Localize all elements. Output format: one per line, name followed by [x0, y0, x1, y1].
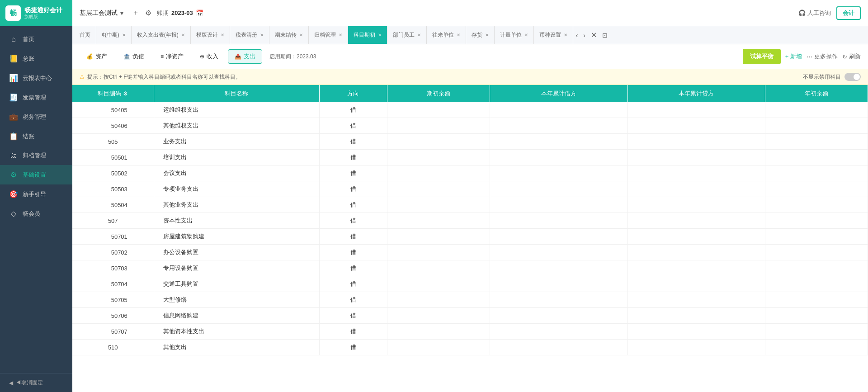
table-row[interactable]: 510其他支出借 [72, 340, 868, 355]
cell-opening [387, 324, 490, 340]
sidebar-collapse-btn[interactable]: ◀ ◀取消固定 [0, 373, 72, 392]
tab-period[interactable]: ¢(中期)✕ [96, 26, 132, 44]
cell-name: 信息网络购建 [154, 308, 319, 324]
customer-service-btn[interactable]: 🎧 人工咨询 [798, 9, 831, 17]
tab-nav-prev[interactable]: ‹ [573, 32, 581, 39]
table-row[interactable]: 50701房屋建筑物购建借 [72, 229, 868, 245]
table-row[interactable]: 50703专用设备购置借 [72, 260, 868, 276]
sidebar-item-tax[interactable]: 💼税务管理 [0, 107, 72, 127]
filter-tab-expense[interactable]: 📤支出 [228, 49, 262, 64]
sidebar-item-reports[interactable]: 📊云报表中心 [0, 68, 72, 88]
tab-archivemgr[interactable]: 归档管理✕ [309, 26, 348, 44]
filter-tab-liability[interactable]: 🏦负债 [117, 49, 151, 64]
account-type-btn[interactable]: 会计 [836, 6, 861, 20]
table-row[interactable]: 50707其他资本性支出借 [72, 324, 868, 340]
tab-close-yearend[interactable]: ✕ [299, 33, 303, 38]
tab-close-subject[interactable]: ✕ [378, 33, 382, 38]
cell-name: 资本性支出 [154, 213, 319, 229]
cell-opening [387, 245, 490, 260]
cell-name: 培训支出 [154, 150, 319, 165]
tab-yearend[interactable]: 期末结转✕ [269, 26, 309, 44]
tab-home[interactable]: 首页 [74, 26, 96, 44]
tab-close-inventory[interactable]: ✕ [485, 33, 489, 38]
cell-debit [490, 292, 627, 308]
sidebar-item-archive[interactable]: 🗂归档管理 [0, 146, 72, 165]
tab-expand-btn[interactable]: ⊡ [599, 32, 610, 39]
table-row[interactable]: 50705大型修缮借 [72, 292, 868, 308]
sidebar-item-guide[interactable]: 🎯新手引导 [0, 184, 72, 204]
table-row[interactable]: 50405运维维权支出借 [72, 102, 868, 118]
cell-credit [627, 102, 765, 118]
table-row[interactable]: 50503专项业务支出借 [72, 181, 868, 197]
cell-code: 50501 [72, 150, 154, 165]
table-row[interactable]: 50501培训支出借 [72, 150, 868, 165]
cell-direction: 借 [319, 260, 387, 276]
tab-template[interactable]: 模版设计✕ [191, 26, 230, 44]
cell-direction: 借 [319, 181, 387, 197]
filter-tabs: 💰资产🏦负债≡净资产⊕收入📤支出 [80, 49, 262, 64]
sidebar-icon-settings: ⚙ [9, 170, 18, 179]
tab-currency[interactable]: 币种设置✕ [534, 26, 573, 44]
sidebar-item-invoice[interactable]: 🧾发票管理 [0, 88, 72, 107]
table-row[interactable]: 505业务支出借 [72, 134, 868, 150]
company-selector[interactable]: 基层工会测试 ▾ [80, 9, 123, 17]
sidebar-item-settings[interactable]: ⚙基础设置 [0, 165, 72, 184]
tab-close-dept[interactable]: ✕ [417, 33, 421, 38]
sidebar-item-ledger[interactable]: 📒总账 [0, 49, 72, 68]
sidebar-item-home[interactable]: ⌂首页 [0, 30, 72, 49]
sidebar-item-member[interactable]: ◇畅会员 [0, 204, 72, 223]
tab-label-unit: 计量单位 [500, 31, 522, 39]
balance-btn[interactable]: 试算平衡 [743, 49, 781, 64]
table-row[interactable]: 50704交通工具购置借 [72, 276, 868, 292]
tab-label-home: 首页 [80, 31, 90, 39]
period-value: 2023-03 [171, 9, 193, 16]
table-row[interactable]: 507资本性支出借 [72, 213, 868, 229]
tab-income[interactable]: 收入支出表(年报)✕ [132, 26, 191, 44]
table-row[interactable]: 50406其他维权支出借 [72, 118, 868, 134]
table-row[interactable]: 50706信息网络购建借 [72, 308, 868, 324]
cell-annual [765, 245, 868, 260]
table-row[interactable]: 50504其他业务支出借 [72, 197, 868, 213]
cell-name: 其他业务支出 [154, 197, 319, 213]
tab-close-taxclear[interactable]: ✕ [260, 33, 264, 38]
tab-label-taxclear: 税表清册 [236, 31, 257, 39]
sidebar-item-settle[interactable]: 📋结账 [0, 127, 72, 146]
cell-credit [627, 118, 765, 134]
tab-unit[interactable]: 计量单位✕ [495, 26, 534, 44]
tab-close-partner[interactable]: ✕ [457, 33, 460, 38]
tab-close-template[interactable]: ✕ [221, 33, 224, 38]
cell-credit [627, 340, 765, 355]
col-header-0[interactable]: 科目编码 ⚙ [72, 85, 154, 102]
tab-dept[interactable]: 部门员工✕ [387, 26, 427, 44]
header-settings-btn[interactable]: ⚙ [145, 9, 151, 17]
cell-debit [490, 150, 627, 165]
more-actions-btn[interactable]: ⋯ 更多操作 [807, 52, 838, 61]
tab-subject[interactable]: 科目期初✕ [348, 26, 387, 44]
filter-tab-income_tab[interactable]: ⊕收入 [193, 49, 225, 64]
table-row[interactable]: 50502会议支出借 [72, 165, 868, 181]
tab-close-all-btn[interactable]: ✕ [588, 31, 599, 39]
disable-toggle[interactable] [844, 73, 861, 81]
tab-close-unit[interactable]: ✕ [524, 33, 528, 38]
tab-nav-next[interactable]: › [580, 32, 588, 39]
tab-close-currency[interactable]: ✕ [564, 33, 567, 38]
tab-close-period[interactable]: ✕ [122, 33, 126, 38]
cell-credit [627, 197, 765, 213]
tab-close-archivemgr[interactable]: ✕ [339, 33, 342, 38]
tab-label-period: ¢(中期) [102, 31, 119, 39]
tab-partner[interactable]: 往来单位✕ [427, 26, 466, 44]
filter-tab-equity[interactable]: ≡净资产 [154, 49, 190, 64]
cell-code: 510 [72, 340, 154, 355]
refresh-btn[interactable]: ↻ 刷新 [842, 52, 861, 61]
toolbar-right: 试算平衡 + 新增 ⋯ 更多操作 ↻ 刷新 [743, 49, 861, 64]
headset-icon: 🎧 [798, 9, 806, 16]
tab-inventory[interactable]: 存货✕ [466, 26, 495, 44]
tab-taxclear[interactable]: 税表清册✕ [230, 26, 269, 44]
col-settings-icon[interactable]: ⚙ [123, 90, 128, 97]
period-calendar-icon[interactable]: 📅 [196, 9, 203, 17]
add-company-btn[interactable]: ＋ [131, 8, 141, 18]
table-row[interactable]: 50702办公设备购置借 [72, 245, 868, 260]
add-subject-btn[interactable]: + 新增 [785, 52, 802, 61]
filter-tab-asset[interactable]: 💰资产 [80, 49, 114, 64]
tab-close-income[interactable]: ✕ [181, 33, 185, 38]
